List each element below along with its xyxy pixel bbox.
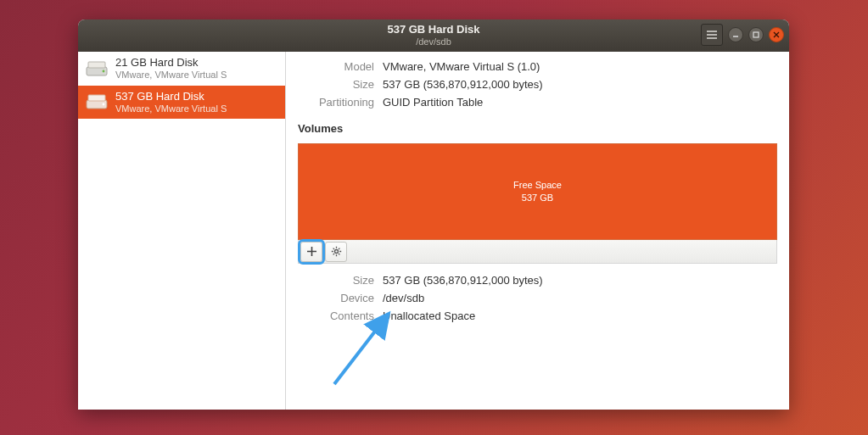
partitioning-label: Partitioning (298, 96, 374, 109)
disks-window: 537 GB Hard Disk /dev/sdb (78, 20, 789, 410)
vol-contents-label: Contents (298, 310, 374, 322)
model-value: VMware, VMware Virtual S (1.0) (383, 60, 777, 73)
svg-point-6 (103, 103, 105, 106)
size-value: 537 GB (536,870,912,000 bytes) (383, 78, 777, 91)
plus-icon (306, 246, 317, 257)
close-icon (773, 31, 780, 38)
window-title: 537 GB Hard Disk (387, 23, 479, 36)
window-subtitle: /dev/sdb (387, 36, 479, 48)
disk-item-text: 537 GB Hard Disk VMware, VMware Virtual … (115, 91, 227, 114)
minimize-icon (732, 31, 739, 38)
disk-list-item[interactable]: 21 GB Hard Disk VMware, VMware Virtual S (78, 52, 285, 86)
maximize-icon (753, 31, 759, 38)
maximize-button[interactable] (748, 27, 764, 42)
vol-size-label: Size (298, 274, 374, 287)
create-partition-button[interactable] (300, 242, 322, 262)
volume-toolbar (298, 240, 777, 264)
svg-rect-0 (753, 32, 759, 37)
app-menu-button[interactable] (701, 24, 723, 46)
size-label: Size (298, 78, 374, 91)
svg-point-7 (334, 250, 338, 254)
vol-device-value: /dev/sdb (383, 292, 777, 304)
volumes-heading: Volumes (298, 122, 777, 135)
main-panel: Model VMware, VMware Virtual S (1.0) Siz… (286, 52, 789, 410)
gear-icon (331, 246, 342, 257)
disk-list-sidebar: 21 GB Hard Disk VMware, VMware Virtual S… (78, 52, 286, 410)
titlebar-controls (701, 24, 784, 46)
model-label: Model (298, 60, 374, 73)
minimize-button[interactable] (728, 27, 743, 42)
vol-device-label: Device (298, 292, 374, 304)
disk-item-title: 537 GB Hard Disk (115, 91, 227, 103)
vol-contents-value: Unallocated Space (383, 310, 777, 322)
disk-item-subtitle: VMware, VMware Virtual S (115, 103, 227, 114)
close-button[interactable] (769, 27, 784, 42)
volume-info: Size 537 GB (536,870,912,000 bytes) Devi… (298, 274, 777, 322)
volume-map-label: Free Space 537 GB (513, 179, 562, 205)
svg-rect-5 (88, 95, 105, 101)
titlebar: 537 GB Hard Disk /dev/sdb (78, 20, 789, 52)
svg-point-3 (103, 70, 105, 72)
volume-free-label: Free Space (513, 179, 562, 192)
disk-list-item[interactable]: 537 GB Hard Disk VMware, VMware Virtual … (78, 86, 285, 120)
disk-item-subtitle: VMware, VMware Virtual S (115, 70, 227, 81)
partitioning-value: GUID Partition Table (383, 96, 777, 109)
vol-size-value: 537 GB (536,870,912,000 bytes) (383, 274, 777, 287)
window-title-block: 537 GB Hard Disk /dev/sdb (387, 23, 479, 48)
window-body: 21 GB Hard Disk VMware, VMware Virtual S… (78, 52, 789, 410)
volume-map[interactable]: Free Space 537 GB (298, 143, 777, 240)
drive-icon (85, 59, 109, 78)
volume-free-size: 537 GB (513, 192, 562, 204)
volume-settings-button[interactable] (325, 242, 347, 262)
svg-rect-2 (88, 62, 105, 68)
disk-item-text: 21 GB Hard Disk VMware, VMware Virtual S (115, 57, 227, 81)
hamburger-icon (706, 29, 718, 41)
drive-icon (85, 92, 109, 111)
disk-info: Model VMware, VMware Virtual S (1.0) Siz… (298, 60, 777, 109)
disk-item-title: 21 GB Hard Disk (115, 57, 227, 70)
